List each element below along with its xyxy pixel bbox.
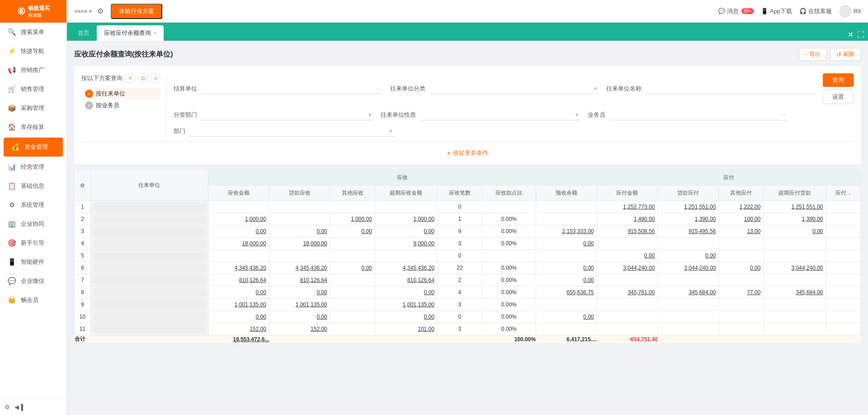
data-table: ⚙ 往来单位 应收 应付 应收金额 贷款应收 其他应收 超期应收金额 应收笔数 …	[74, 170, 861, 343]
sidebar-logo: ⑥ 畅捷通买 标准版	[0, 0, 66, 23]
receivable-count: 3	[437, 299, 482, 311]
receivable-count: 3	[437, 238, 482, 250]
receivable-count: 3	[437, 323, 482, 335]
export-button[interactable]: ↑ 导出	[799, 48, 827, 61]
sidebar-item-purchase[interactable]: 📦 采购管理	[0, 99, 66, 118]
online-service-button[interactable]: 🎧 在线客服	[799, 7, 832, 15]
add-scheme-button[interactable]: +	[125, 73, 135, 83]
partner-name	[91, 250, 208, 262]
field-partner-nature: 往来单位性质 ▾	[381, 110, 580, 120]
other-receivable-header: 其他应收	[330, 186, 375, 201]
setting-button[interactable]: 设置	[823, 90, 854, 104]
sidebar-item-operations[interactable]: 📊 经营管理	[0, 157, 66, 176]
footer-label: 合计	[75, 335, 208, 343]
sidebar-footer: ⚙ ◀▐	[0, 399, 66, 415]
sidebar-collapse-icon[interactable]: ◀▐	[14, 404, 23, 410]
department-label: 部门	[174, 127, 185, 135]
salesperson-label: 业务员	[588, 111, 605, 119]
scheme-by-salesperson[interactable]: ⊙ 按业务员	[81, 100, 160, 111]
receivable-ratio: 0.00%	[482, 274, 536, 286]
scheme-by-partner[interactable]: ⊙ 按往来单位	[81, 88, 160, 100]
refresh-icon: ↺	[836, 51, 841, 58]
receivable-count: 2	[437, 274, 482, 286]
tab-close-window[interactable]: ✕	[848, 30, 854, 39]
receivable-ratio	[482, 250, 536, 262]
table-settings-header[interactable]: ⚙	[75, 170, 91, 201]
receivable-ratio: 0.00%	[482, 225, 536, 238]
partner-name-input[interactable]	[645, 83, 816, 94]
partner-column-header: 往来单位	[91, 170, 208, 201]
filter-area: 按以下方案查询 + ⊙ « ⊙ 按往来单位 ⊙ 按业务员 结算	[74, 66, 861, 164]
sidebar-item-wechat[interactable]: 💬 企业微信	[0, 272, 66, 291]
department-arrow[interactable]: ▾	[389, 128, 392, 134]
row-index: 10	[75, 311, 91, 323]
tab-expand[interactable]: ⛶	[857, 31, 864, 39]
table-footer: 合计 19,553,472,6... 100.00% 6,417,215....…	[75, 335, 861, 343]
sidebar-item-hardware[interactable]: 📱 智能硬件	[0, 253, 66, 272]
partner-name	[91, 213, 208, 225]
receivable-ratio: 0.00%	[482, 311, 536, 323]
tabbar-actions: ✕ ⛶	[848, 30, 864, 41]
receivable-group-header: 应收	[208, 170, 597, 186]
collapse-button[interactable]: ∧ 收起更多条件	[81, 149, 854, 157]
table-row: 91,001,135.001,001,135.001,001,135.0030.…	[75, 299, 861, 311]
sidebar-item-enterprise[interactable]: 🏢 企业协同	[0, 215, 66, 234]
sidebar-item-guide[interactable]: 🎯 新手引导	[0, 234, 66, 253]
sidebar-item-inventory[interactable]: 🏠 库存核算	[0, 118, 66, 137]
refresh-button[interactable]: ↺ 刷新	[830, 48, 861, 61]
partner-nature-label: 往来单位性质	[381, 111, 416, 119]
page-title: 应收应付余额查询(按往来单位)	[74, 50, 173, 59]
partner-name-label: 往来单位名称	[606, 85, 642, 93]
settlement-unit-dots[interactable]: ···	[376, 85, 381, 92]
row-index: 1	[75, 201, 91, 213]
filter-fields: 结算单位 ··· 往来单位分类 ▾ 往来单位名称	[174, 73, 854, 137]
sidebar-item-system[interactable]: ⚙ 系统管理	[0, 196, 66, 215]
other-payable-header: 其他应付	[719, 186, 764, 201]
dept-manager-label: 分管部门	[174, 111, 197, 119]
sidebar-item-sales[interactable]: 🛒 销售管理	[0, 80, 66, 99]
sidebar-item-search[interactable]: 🔍 搜索菜单	[0, 23, 66, 42]
inventory-icon: 🏠	[7, 123, 16, 131]
main-content: 应收应付余额查询(按往来单位) ↑ 导出 ↺ 刷新 按以下方案查询 + ⊙ «	[67, 41, 868, 415]
footer-receivable-amount[interactable]: 19,553,472,6...	[208, 335, 269, 343]
promo-button[interactable]: 体验行业方案	[111, 4, 162, 19]
quick-nav-icon: ⚡	[7, 47, 16, 55]
member-icon: 👑	[7, 296, 16, 304]
purchase-icon: 📦	[7, 104, 16, 112]
salesperson-dots[interactable]: ···	[781, 111, 786, 118]
partner-nature-arrow[interactable]: ▾	[576, 111, 579, 118]
tab-home[interactable]: 首页	[71, 25, 97, 41]
sidebar-item-marketing[interactable]: 📢 营销推广	[0, 61, 66, 80]
tabbar: 首页 应收应付余额查询 × ✕ ⛶	[67, 23, 868, 41]
settings-icon[interactable]: ⚙	[97, 7, 104, 15]
receivable-ratio: 0.00%	[482, 299, 536, 311]
user-info[interactable]: Rit	[839, 5, 861, 18]
row-index: 6	[75, 262, 91, 274]
message-badge: 99+	[741, 8, 754, 14]
sidebar-settings-icon[interactable]: ⚙	[5, 404, 10, 410]
scheme-collapse-button[interactable]: «	[151, 73, 160, 83]
receivable-count: 0	[437, 201, 482, 213]
filter-row-1: 结算单位 ··· 往来单位分类 ▾ 往来单位名称	[174, 73, 854, 104]
tab-close-icon[interactable]: ×	[154, 30, 156, 36]
dept-manager-arrow[interactable]: ▾	[368, 111, 372, 118]
sidebar-item-quick-nav[interactable]: ⚡ 快捷导航	[0, 42, 66, 61]
loan-receivable-header: 贷款应收	[269, 186, 330, 201]
receivable-ratio: 0.00%	[482, 262, 536, 274]
partner-category-arrow[interactable]: ▾	[594, 85, 597, 92]
query-button[interactable]: 查询	[823, 73, 854, 87]
sidebar-item-basic-info[interactable]: 📋 基础信息	[0, 176, 66, 196]
receivable-count-header: 应收笔数	[437, 186, 482, 201]
tab-ar-ap[interactable]: 应收应付余额查询 ×	[97, 25, 164, 41]
sidebar-item-member[interactable]: 👑 畅会员	[0, 291, 66, 310]
field-settlement-unit: 结算单位 ···	[174, 83, 383, 94]
scheme-settings-button[interactable]: ⊙	[138, 73, 148, 83]
field-salesperson: 业务员 ···	[588, 110, 788, 120]
message-button[interactable]: 💬 消息 99+	[718, 7, 754, 15]
app-download-button[interactable]: 📱 App下载	[761, 7, 792, 15]
receivable-count: 4	[437, 286, 482, 299]
table-row: 11152.00152.00101.0030.00%	[75, 323, 861, 335]
field-partner-category: 往来单位分类 ▾	[390, 83, 599, 94]
basic-info-icon: 📋	[7, 182, 16, 190]
sidebar-item-finance[interactable]: 💰 资金管理	[4, 138, 63, 157]
